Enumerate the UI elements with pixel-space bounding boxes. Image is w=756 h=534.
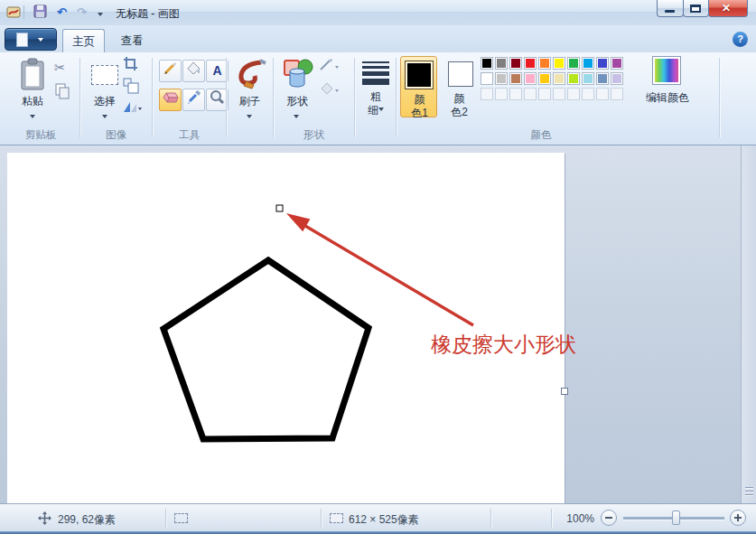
canvas-resize-handle[interactable]	[561, 388, 568, 395]
selection-size-icon	[174, 513, 188, 523]
text-tool-icon: A	[212, 63, 221, 78]
status-bar: 299, 62像素 612 × 525像素 100%	[0, 503, 756, 531]
paint-window: ↶ ↷ 无标题 - 画图 ✕ 主页 查看 ? 粘贴	[0, 0, 756, 534]
tab-home[interactable]: 主页	[62, 29, 105, 52]
drawing-canvas[interactable]	[7, 153, 565, 503]
color1-swatch	[405, 61, 434, 89]
status-divider	[551, 509, 552, 528]
minus-icon	[605, 517, 612, 519]
palette-swatch-empty	[481, 88, 493, 100]
chevron-down-icon	[294, 109, 299, 126]
palette-swatch-empty	[596, 88, 609, 100]
brush-icon	[234, 58, 266, 90]
image-group-label: 图像	[80, 128, 152, 142]
eraser-icon	[162, 90, 179, 105]
qat-dropdown-button[interactable]	[92, 7, 107, 23]
copy-button[interactable]	[54, 83, 74, 101]
color1-button[interactable]: 颜色1	[400, 56, 437, 117]
select-button[interactable]: 选择	[86, 56, 124, 117]
title-bar: ↶ ↷ 无标题 - 画图 ✕	[0, 0, 756, 25]
paint-menu-button[interactable]	[5, 28, 57, 51]
palette-swatch[interactable]	[567, 72, 580, 85]
palette-swatch[interactable]	[495, 72, 508, 85]
chevron-down-icon	[102, 109, 107, 126]
image-group: 选择 图像	[80, 52, 152, 145]
maximize-button[interactable]	[683, 0, 709, 17]
cut-button[interactable]: ✂	[54, 60, 74, 78]
shape-fill-button[interactable]	[319, 81, 339, 99]
color-palette-row2	[481, 72, 623, 85]
zoom-in-button[interactable]	[730, 510, 746, 526]
app-icon[interactable]	[5, 5, 21, 20]
scroll-grip-icon	[745, 494, 753, 495]
pencil-icon	[163, 61, 178, 76]
palette-swatch[interactable]	[582, 57, 594, 70]
size-button[interactable]: 粗细	[358, 56, 393, 117]
palette-swatch[interactable]	[611, 57, 623, 70]
outline-icon	[319, 58, 335, 72]
tools-group: A 工具	[153, 52, 226, 145]
clipboard-group-label: 剪贴板	[2, 128, 79, 142]
colors-group-label: 颜色	[433, 128, 649, 142]
zoom-slider-thumb[interactable]	[672, 511, 680, 525]
size-line-icon	[362, 66, 389, 69]
fill-tool-button[interactable]	[182, 60, 205, 82]
size-group: 粗细	[355, 52, 396, 145]
palette-swatch[interactable]	[495, 57, 508, 70]
palette-swatch-empty	[495, 88, 508, 100]
palette-swatch[interactable]	[553, 57, 565, 70]
eraser-tool-button[interactable]	[159, 89, 182, 111]
zoom-out-button[interactable]	[601, 510, 617, 526]
edit-colors-label: 编辑颜色	[627, 90, 708, 106]
palette-swatch[interactable]	[596, 72, 609, 85]
palette-swatch-empty	[611, 88, 623, 100]
palette-swatch[interactable]	[582, 72, 594, 85]
crop-button[interactable]	[123, 56, 143, 74]
color2-swatch	[448, 61, 473, 87]
resize-button[interactable]	[123, 78, 143, 96]
rainbow-icon	[652, 56, 681, 85]
rotate-button[interactable]	[123, 99, 143, 117]
palette-swatch[interactable]	[553, 72, 565, 85]
help-button[interactable]: ?	[733, 32, 748, 47]
pencil-tool-button[interactable]	[159, 60, 182, 82]
window-title: 无标题 - 画图	[116, 6, 180, 22]
color2-button[interactable]: 颜色2	[441, 56, 478, 117]
edit-colors-button[interactable]: 编辑颜色	[627, 54, 708, 110]
image-size-text: 612 × 525像素	[349, 512, 419, 528]
size-label: 粗细	[367, 90, 385, 117]
tab-view[interactable]: 查看	[109, 29, 154, 52]
scroll-grip-icon	[745, 491, 753, 492]
palette-swatch[interactable]	[611, 72, 623, 85]
shapes-button[interactable]: 形状	[278, 56, 316, 117]
palette-swatch-empty	[509, 88, 522, 100]
chevron-down-icon	[38, 38, 43, 44]
palette-swatch[interactable]	[481, 72, 493, 85]
palette-swatch[interactable]	[509, 57, 522, 70]
palette-swatch[interactable]	[596, 57, 609, 70]
group-separator	[719, 58, 720, 137]
plus-icon	[737, 514, 739, 521]
palette-swatch[interactable]	[509, 72, 522, 85]
document-icon	[16, 33, 28, 47]
save-button[interactable]	[33, 5, 48, 20]
paste-button[interactable]: 粘贴	[13, 56, 52, 117]
shapes-group-label: 形状	[274, 128, 354, 142]
color1-label: 颜色1	[409, 93, 430, 120]
redo-button[interactable]: ↷	[74, 5, 89, 20]
color-picker-tool-button[interactable]	[182, 89, 205, 111]
palette-swatch[interactable]	[481, 57, 493, 70]
palette-swatch[interactable]	[567, 57, 580, 70]
close-button[interactable]: ✕	[708, 0, 748, 17]
palette-swatch[interactable]	[538, 72, 551, 85]
ribbon: 粘贴 ✂ 剪贴板 选择 图	[0, 52, 756, 145]
palette-swatch[interactable]	[538, 57, 551, 70]
palette-swatch[interactable]	[524, 57, 537, 70]
shape-outline-button[interactable]	[319, 58, 339, 76]
color2-label: 颜色2	[449, 92, 470, 119]
minimize-button[interactable]	[657, 0, 684, 17]
undo-button[interactable]: ↶	[54, 5, 70, 20]
palette-swatch[interactable]	[524, 72, 537, 85]
brushes-button[interactable]: 刷子	[230, 56, 269, 117]
vertical-scrollbar[interactable]	[741, 145, 756, 503]
